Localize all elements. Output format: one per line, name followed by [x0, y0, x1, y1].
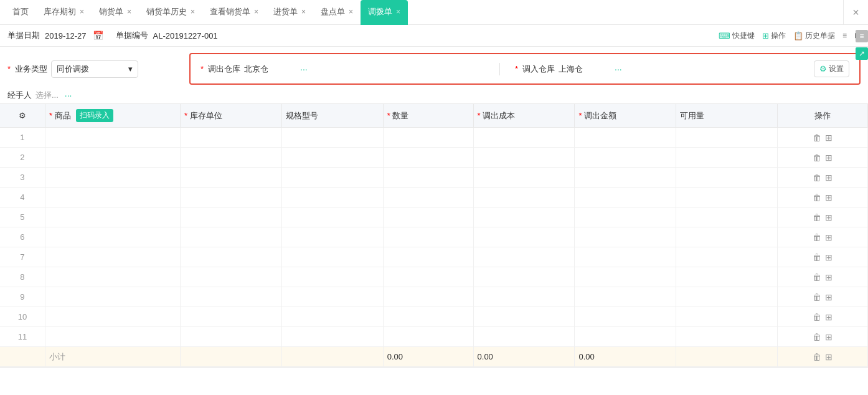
- person-select[interactable]: 选择...: [35, 90, 59, 101]
- copy-icon-1[interactable]: ⊞: [825, 133, 833, 143]
- cell-cost-4[interactable]: [473, 188, 575, 207]
- cell-unit-1[interactable]: [181, 128, 282, 148]
- delete-icon-11[interactable]: 🗑: [813, 332, 821, 342]
- cell-qty-6[interactable]: [383, 227, 473, 247]
- cell-amount-3[interactable]: [575, 168, 676, 188]
- subtotal-copy-icon[interactable]: ⊞: [825, 352, 833, 362]
- cell-spec-10[interactable]: [281, 307, 383, 327]
- tab-close-sales-history[interactable]: ×: [191, 7, 195, 16]
- cell-amount-4[interactable]: [575, 188, 676, 207]
- cell-cost-5[interactable]: [473, 207, 575, 227]
- delete-icon-3[interactable]: 🗑: [813, 173, 821, 183]
- copy-icon-8[interactable]: ⊞: [825, 272, 833, 282]
- cell-product-8[interactable]: [45, 267, 180, 287]
- tab-inventory-init[interactable]: 库存期初 ×: [36, 0, 92, 25]
- cell-spec-8[interactable]: [281, 267, 383, 287]
- cell-cost-1[interactable]: [473, 128, 575, 148]
- cell-spec-3[interactable]: [281, 168, 383, 188]
- cell-qty-7[interactable]: [383, 247, 473, 267]
- sidebar-export-icon[interactable]: ↗: [856, 47, 868, 60]
- cell-cost-6[interactable]: [473, 227, 575, 247]
- shortcut-button[interactable]: ⌨ 快捷键: [719, 31, 755, 41]
- cell-unit-10[interactable]: [181, 307, 282, 327]
- operation-button[interactable]: ⊞ 操作: [762, 31, 786, 41]
- tab-inventory-check[interactable]: 盘点单 ×: [313, 0, 361, 25]
- cell-product-1[interactable]: [45, 128, 180, 148]
- in-warehouse-more-btn[interactable]: ···: [615, 64, 622, 74]
- tab-close-inventory-check[interactable]: ×: [349, 7, 353, 16]
- tab-transfer[interactable]: 调拨单 ×: [361, 0, 408, 25]
- copy-icon-10[interactable]: ⊞: [825, 312, 833, 322]
- cell-unit-4[interactable]: [181, 188, 282, 207]
- cell-product-3[interactable]: [45, 168, 180, 188]
- calendar-icon[interactable]: 📅: [93, 31, 103, 40]
- out-warehouse-more-btn[interactable]: ···: [300, 64, 308, 74]
- tab-purchase[interactable]: 进货单 ×: [266, 0, 313, 25]
- cell-amount-5[interactable]: [575, 207, 676, 227]
- cell-product-4[interactable]: [45, 188, 180, 207]
- cell-amount-8[interactable]: [575, 267, 676, 287]
- copy-icon-11[interactable]: ⊞: [825, 332, 833, 342]
- cell-spec-7[interactable]: [281, 247, 383, 267]
- subtotal-delete-icon[interactable]: 🗑: [813, 352, 821, 362]
- cell-unit-8[interactable]: [181, 267, 282, 287]
- biz-type-dropdown[interactable]: 同价调拨 ▾: [51, 60, 138, 78]
- cell-cost-11[interactable]: [473, 327, 575, 347]
- cell-amount-11[interactable]: [575, 327, 676, 347]
- history-button[interactable]: 📋 历史单据: [793, 31, 835, 41]
- cell-product-7[interactable]: [45, 247, 180, 267]
- tab-sales-order[interactable]: 销货单 ×: [92, 0, 139, 25]
- cell-cost-3[interactable]: [473, 168, 575, 188]
- tab-close-inventory-init[interactable]: ×: [80, 7, 84, 16]
- person-more-btn[interactable]: ···: [65, 90, 72, 100]
- cell-spec-2[interactable]: [281, 148, 383, 168]
- tab-sales-history[interactable]: 销货单历史 ×: [139, 0, 202, 25]
- cell-qty-2[interactable]: [383, 148, 473, 168]
- cell-available-11[interactable]: [676, 327, 778, 347]
- cell-unit-5[interactable]: [181, 207, 282, 227]
- delete-icon-4[interactable]: 🗑: [813, 193, 821, 202]
- cell-spec-5[interactable]: [281, 207, 383, 227]
- date-value[interactable]: 2019-12-27: [45, 31, 87, 40]
- cell-product-9[interactable]: [45, 287, 180, 307]
- copy-icon-3[interactable]: ⊞: [825, 173, 833, 183]
- cell-amount-9[interactable]: [575, 287, 676, 307]
- delete-icon-6[interactable]: 🗑: [813, 232, 821, 242]
- cell-available-4[interactable]: [676, 188, 778, 207]
- list-view-button[interactable]: ≡: [842, 31, 847, 40]
- cell-amount-7[interactable]: [575, 247, 676, 267]
- window-close-button[interactable]: ×: [843, 0, 868, 25]
- cell-qty-8[interactable]: [383, 267, 473, 287]
- tab-close-view-sales[interactable]: ×: [254, 7, 258, 16]
- cell-product-2[interactable]: [45, 148, 180, 168]
- delete-icon-5[interactable]: 🗑: [813, 212, 821, 222]
- cell-qty-9[interactable]: [383, 287, 473, 307]
- delete-icon-2[interactable]: 🗑: [813, 153, 821, 163]
- cell-spec-4[interactable]: [281, 188, 383, 207]
- cell-available-5[interactable]: [676, 207, 778, 227]
- cell-qty-11[interactable]: [383, 327, 473, 347]
- delete-icon-10[interactable]: 🗑: [813, 312, 821, 322]
- cell-product-6[interactable]: [45, 227, 180, 247]
- cell-qty-10[interactable]: [383, 307, 473, 327]
- out-warehouse-value[interactable]: 北京仓: [244, 64, 294, 75]
- cell-product-5[interactable]: [45, 207, 180, 227]
- scan-button[interactable]: 扫码录入: [76, 109, 113, 122]
- cell-available-10[interactable]: [676, 307, 778, 327]
- cell-product-11[interactable]: [45, 327, 180, 347]
- cell-amount-10[interactable]: [575, 307, 676, 327]
- cell-amount-1[interactable]: [575, 128, 676, 148]
- cell-unit-2[interactable]: [181, 148, 282, 168]
- settings-button[interactable]: ⚙ 设置: [814, 60, 849, 77]
- copy-icon-7[interactable]: ⊞: [825, 252, 833, 262]
- cell-spec-6[interactable]: [281, 227, 383, 247]
- cell-unit-11[interactable]: [181, 327, 282, 347]
- cell-spec-11[interactable]: [281, 327, 383, 347]
- delete-icon-1[interactable]: 🗑: [813, 133, 821, 143]
- cell-qty-5[interactable]: [383, 207, 473, 227]
- cell-unit-9[interactable]: [181, 287, 282, 307]
- cell-cost-10[interactable]: [473, 307, 575, 327]
- cell-cost-7[interactable]: [473, 247, 575, 267]
- cell-qty-4[interactable]: [383, 188, 473, 207]
- tab-close-purchase[interactable]: ×: [301, 7, 306, 16]
